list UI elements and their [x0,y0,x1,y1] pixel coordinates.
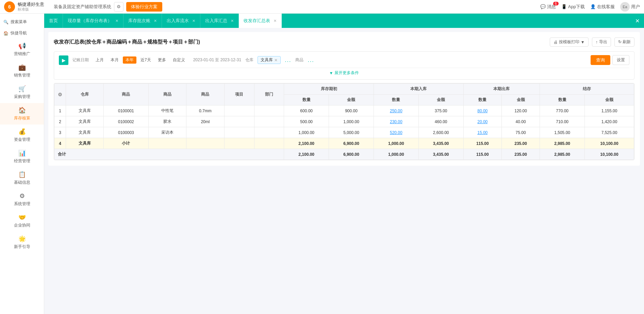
filter-settings-button[interactable]: 设置 [612,55,629,65]
sidebar-item-basic-info[interactable]: 📋 基础信息 [0,167,44,189]
brand-name: 畅捷通好生意 [18,2,44,7]
tab-inout-summary-close[interactable]: ✕ [231,19,234,23]
row-open-amt: 900.00 [329,105,374,116]
row-out-amt: 120.00 [501,105,540,116]
tab-home[interactable]: 首页 [44,14,63,28]
sidebar-item-guide[interactable]: 🌟 新手引导 [0,232,44,253]
sidebar-item-sales[interactable]: 💼 销售管理 [0,60,44,82]
tab-recv-send-close[interactable]: ✕ [274,19,277,23]
row-out-qty[interactable]: 15.00 [463,127,501,138]
row-code: 0100003 [103,127,148,138]
tab-stock-batch-close[interactable]: ✕ [154,19,157,23]
row-out-qty-link[interactable]: 15.00 [477,130,488,135]
sidebar-item-purchase[interactable]: 🛒 采购管理 [0,82,44,103]
table-row: 2文具库0100002胶水20ml500.001,000.00230.00460… [54,116,634,127]
tab-recv-send-summary[interactable]: 收发存汇总表 ✕ [239,14,282,28]
user-menu[interactable]: Ea 用户 [620,2,640,12]
refresh-button[interactable]: ↻ 刷新 [614,37,634,47]
table-footer: 合计 2,100.00 6,900.00 1,000.00 3,435.00 1… [54,149,634,160]
row-project [225,127,254,138]
row-project [225,105,254,116]
row-in-qty[interactable]: 230.00 [374,116,418,127]
col-code-header: 商品 [103,84,148,105]
date-tab-more[interactable]: 更多 [155,56,169,64]
sidebar-item-system[interactable]: ⚙ 系统管理 [0,189,44,210]
row-spec [186,138,224,149]
finance-icon: 💰 [18,128,26,135]
sidebar-item-collab[interactable]: 🤝 企业协同 [0,210,44,232]
row-in-qty-link[interactable]: 250.00 [390,109,402,113]
try-button[interactable]: 体验行业方案 [126,2,162,12]
sidebar: 🔍 搜索菜单 🏠 快捷导航 📢 营销推广 💼 销售管理 🛒 采购管理 🏠 [0,14,44,314]
tab-inout-summary[interactable]: 出入库汇总 ✕ [200,14,239,28]
tab-inout-flow-close[interactable]: ✕ [192,19,195,23]
row-open-amt: 1,000.00 [329,116,374,127]
row-out-qty[interactable]: 80.00 [463,105,501,116]
content-area: 收发存汇总表(按仓库＋商品编码＋商品＋规格型号＋项目＋部门) 🖨 按模板打印 ▼… [44,28,644,314]
date-tab-this-year[interactable]: 本年 [123,56,136,64]
config-button[interactable]: ⚙ [114,2,123,12]
sidebar-item-operations[interactable]: 📊 经营管理 [0,146,44,167]
export-button[interactable]: ↑ 导出 [592,37,611,47]
search-menu-item[interactable]: 🔍 搜索菜单 [0,16,44,28]
tab-stock-dist-close[interactable]: ✕ [115,19,118,23]
row-open-qty: 600.00 [284,105,329,116]
warehouse-more[interactable]: ... [285,57,291,63]
date-tab-last-month[interactable]: 上月 [93,56,106,64]
row-in-qty[interactable]: 520.00 [374,127,418,138]
quick-nav-item[interactable]: 🏠 快捷导航 [0,28,44,39]
row-no: 1 [54,105,66,116]
online-service-button[interactable]: 👤 在线客服 [590,4,615,10]
row-dept [254,105,284,116]
filter-area: ▶ 记账日期 上月 本月 本年 近7天 更多 自定义 2023-01-01 至 … [54,51,634,80]
page-title-row: 收发存汇总表(按仓库＋商品编码＋商品＋规格型号＋项目＋部门) 🖨 按模板打印 ▼… [54,37,634,47]
row-warehouse: 文具库 [66,116,104,127]
purchase-icon: 🛒 [18,85,26,93]
col-goods-header: 商品 [148,84,186,105]
expand-button[interactable]: ▼ 展开更多条件 [329,70,359,76]
system-icon: ⚙ [19,192,25,200]
filter-toggle[interactable]: ▶ [59,55,68,65]
row-in-qty[interactable]: 250.00 [374,105,418,116]
col-settings[interactable]: ⚙ [54,84,66,105]
row-in-qty-link[interactable]: 520.00 [390,130,402,135]
system-name: 装备及固定资产辅助管理系统 [54,4,111,10]
row-code: 0100001 [103,105,148,116]
row-out-qty[interactable]: 20.00 [463,116,501,127]
close-all-tabs[interactable]: ✕ [630,14,644,28]
date-tab-7days[interactable]: 近7天 [138,56,154,64]
page-title: 收发存汇总表(按仓库＋商品编码＋商品＋规格型号＋项目＋部门) [54,39,200,45]
table-settings-icon[interactable]: ⚙ [58,92,62,97]
row-in-qty-link[interactable]: 230.00 [390,119,402,124]
row-in-qty[interactable]: 1,000.00 [374,138,418,149]
app-download-button[interactable]: 📱 App下载 [561,4,585,10]
warehouse-tag-remove[interactable]: ✕ [274,58,278,63]
tab-inout-flow[interactable]: 出入库流水 ✕ [162,14,200,28]
row-out-qty[interactable]: 115.00 [463,138,501,149]
collab-icon: 🤝 [18,214,26,221]
message-button[interactable]: 💬 消息 6 [540,4,556,10]
warehouse-tag: 文具库 ✕ [258,56,281,64]
row-spec: 20ml [186,116,224,127]
page-actions: 🖨 按模板打印 ▼ ↑ 导出 ↻ 刷新 [550,37,634,47]
row-out-qty-link[interactable]: 80.00 [477,109,488,113]
date-tab-custom[interactable]: 自定义 [170,56,188,64]
refresh-icon: ↻ [618,39,622,44]
tab-stock-batch[interactable]: 库存批次账 ✕ [123,14,162,28]
row-in-amt: 460.00 [418,116,463,127]
col-warehouse-header: 仓库 [66,84,104,105]
footer-bal-qty: 2,985.00 [540,149,585,160]
search-button[interactable]: 查询 [591,55,610,65]
print-button[interactable]: 🖨 按模板打印 ▼ [550,37,589,47]
sidebar-item-finance[interactable]: 💰 资金管理 [0,125,44,146]
goods-more[interactable]: ... [308,57,314,63]
sidebar-item-inventory[interactable]: 🏠 库存核算 [0,103,44,125]
row-out-qty-link[interactable]: 20.00 [477,119,488,124]
date-tab-this-month[interactable]: 本月 [108,56,121,64]
footer-open-amt: 6,900.00 [329,149,374,160]
row-in-amt: 375.00 [418,105,463,116]
sidebar-item-marketing[interactable]: 📢 营销推广 [0,39,44,60]
row-bal-amt: 10,100.00 [585,138,634,149]
table-row: 3文具库0100003采访本1,000.005,000.00520.002,60… [54,127,634,138]
tab-stock-dist[interactable]: 现存量（库存分布表） ✕ [63,14,123,28]
